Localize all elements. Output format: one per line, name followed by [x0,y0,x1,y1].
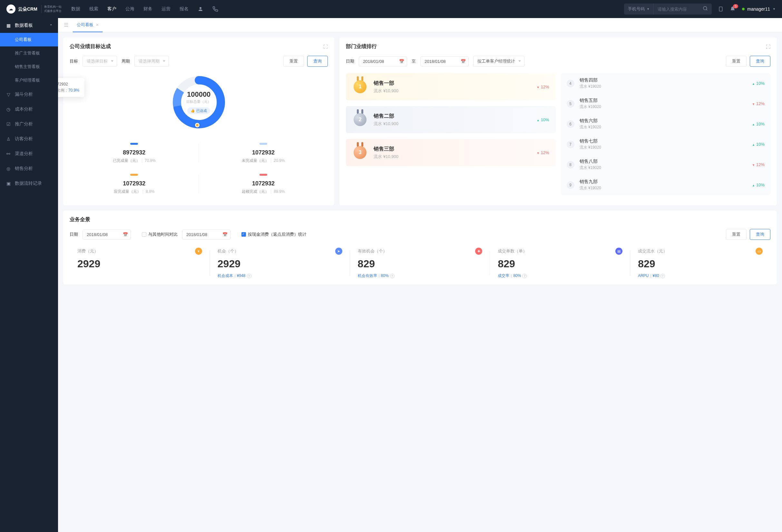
sidebar-item-sales[interactable]: ◎销售分析 [0,161,58,176]
tab-company-board[interactable]: 公司看板 × [73,18,103,32]
date-sep: 至 [412,58,416,64]
search-type-select[interactable]: 手机号码▼ [624,4,654,14]
help-icon[interactable]: ? [661,274,665,278]
arrow-up-icon [537,117,540,122]
period-select[interactable]: 请选择周期 [134,56,169,67]
tab-menu-icon[interactable]: ☰ [62,22,70,28]
query-button[interactable]: 查询 [750,229,771,240]
flow-icon: ▣ [6,181,11,186]
sidebar-sub-company[interactable]: 公司看板 [0,33,58,46]
chevron-up-icon: ⌃ [50,24,52,27]
card-overview: 业务全景 日期 2018/01/08📅 与其他时间对比 2018/01/08📅 … [63,211,777,284]
svg-rect-2 [719,7,722,11]
date-from-input[interactable]: 2018/01/08📅 [359,57,407,66]
calendar-icon: 📅 [123,232,128,237]
channel-icon: ⚯ [6,151,11,156]
logo[interactable]: ☁ 云朵CRM 教育机构一站式服务云平台 [6,4,62,13]
logo-sub: 教育机构一站式服务云平台 [41,5,62,13]
topnav-enroll[interactable]: 报名 [180,4,188,14]
tab-close-icon[interactable]: × [96,22,99,27]
stat-type-select[interactable]: 按工单客户经理统计 [473,56,525,67]
device-icon[interactable] [718,6,723,12]
sidebar-item-visitor[interactable]: ♙访客分析 [0,132,58,146]
card-goal: 公司业绩目标达成 ⛶ 目标 请选择目标 周期 请选择周期 重置 查询 [63,37,334,205]
username: manager11 [747,6,770,11]
expand-icon[interactable]: ⛶ [323,44,328,49]
sidebar-item-flow[interactable]: ▣数据流转记录 [0,176,58,191]
search-box: 手机号码▼ [624,4,712,14]
sidebar-item-channel[interactable]: ⚯渠道分析 [0,146,58,161]
topnav-finance[interactable]: 财务 [143,4,152,14]
card-overview-title: 业务全景 [70,216,90,223]
rank-row: 8 销售八部流水 ¥19020 12% [561,154,771,175]
topnav-leads[interactable]: 线索 [89,4,98,14]
help-icon[interactable]: ? [247,274,251,278]
topnav-data[interactable]: 数据 [71,4,80,14]
target-select[interactable]: 请选择目标 [82,56,117,67]
reset-button[interactable]: 重置 [283,56,304,67]
stat-incomplete: 1072932未完成量（元）20.9% [199,138,328,169]
cash-checkbox[interactable] [242,232,246,237]
card-goal-title: 公司业绩目标达成 [70,43,111,50]
status-dot-icon [742,8,745,10]
arrow-down-icon [537,150,540,155]
sidebar-item-funnel[interactable]: ▽漏斗分析 [0,87,58,102]
sidebar-sub-account-mgr[interactable]: 客户经理看板 [0,73,58,87]
rank-item-3: 3 销售三部流水 ¥10,900 12% [346,139,556,166]
sales-icon: ◎ [6,166,11,171]
date-to-input[interactable]: 2018/01/08📅 [182,229,230,240]
topnav-pool[interactable]: 公海 [126,4,134,14]
query-button[interactable]: 查询 [307,56,328,67]
expand-icon[interactable]: ⛶ [766,44,771,49]
query-button[interactable]: 查询 [750,56,771,67]
search-input[interactable] [654,7,699,11]
sidebar-item-promo[interactable]: ☑推广分析 [0,117,58,132]
compare-label: 与其他时间对比 [148,232,178,237]
date-to-input[interactable]: 2018/01/08📅 [420,57,469,66]
medal-gold-icon: 1 [352,79,368,95]
sidebar-sub-sales-mgr[interactable]: 销售主管看板 [0,60,58,73]
kpi-item: 成交单数（单）▤ 829 成交率：80%? [490,248,630,279]
help-icon[interactable]: ? [522,274,527,278]
tabbar: ☰ 公司看板 × [58,18,782,32]
logo-icon: ☁ [6,4,15,13]
date-from-input[interactable]: 2018/01/08📅 [82,229,131,240]
date-label: 日期 [70,232,78,237]
period-label: 周期 [121,58,130,64]
search-button[interactable] [699,6,712,12]
rank-row: 7 销售七部流水 ¥19020 10% [561,134,771,154]
kpi-item: 消费（元）¥ 2929 [70,248,210,279]
rank-item-1: 1 销售一部流水 ¥10,900 12% [346,73,556,100]
card-ranking: 部门业绩排行 ⛶ 日期 2018/01/08📅 至 2018/01/08📅 按工… [340,37,777,205]
target-label: 目标 [70,58,78,64]
sidebar-item-cost[interactable]: ◷成本分析 [0,102,58,117]
reset-button[interactable]: 重置 [726,56,747,67]
thumb-icon: 👍 [190,109,195,113]
reset-button[interactable]: 重置 [726,229,747,240]
help-icon[interactable]: ? [390,274,395,278]
sidebar-head-dashboard[interactable]: ▦数据看板 ⌃ [0,18,58,33]
notification-icon[interactable]: 5 [730,6,736,12]
sidebar: ▦数据看板 ⌃ 公司看板 推广主管看板 销售主管看板 客户经理看板 ▽漏斗分析 … [0,18,58,532]
user-menu[interactable]: manager11 ▼ [742,6,776,11]
user-icon[interactable] [198,4,203,14]
arrow-up-icon [752,121,755,127]
topnav-customers[interactable]: 客户 [107,4,116,14]
donut-value: 100000 [187,90,211,99]
calendar-icon: 📅 [461,59,466,64]
calendar-icon: 📅 [399,59,404,64]
donut-badge: 👍已达成 [187,107,210,114]
kpi-icon: ▤ [615,248,623,255]
calendar-icon: 📅 [222,232,227,237]
main: ☰ 公司看板 × 公司业绩目标达成 ⛶ 目标 请选择目标 周期 [58,18,782,532]
rank-row: 4 销售四部流水 ¥19020 10% [561,73,771,94]
dashboard-icon: ▦ [6,23,11,28]
sidebar-sub-promo-mgr[interactable]: 推广主管看板 [0,46,58,60]
rank-number: 6 [567,120,574,128]
topnav-ops[interactable]: 运营 [162,4,171,14]
kpi-item: 机会（个）➤ 2929 机会成本：¥948? [210,248,350,279]
compare-checkbox[interactable] [142,232,146,237]
phone-icon[interactable] [212,4,218,14]
arrow-up-icon [752,142,755,147]
promo-icon: ☑ [6,121,11,127]
